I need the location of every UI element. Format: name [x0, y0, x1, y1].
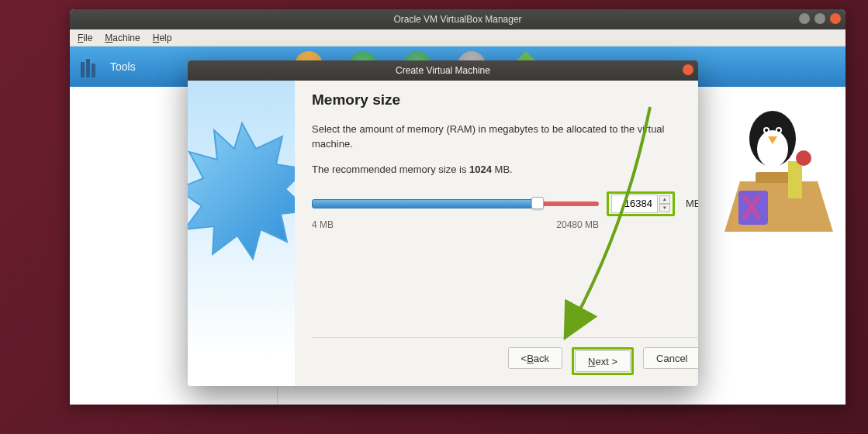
menubar: File Machine Help: [70, 29, 846, 46]
slider-range-labels: 4 MB 20480 MB: [312, 219, 599, 230]
slider-max-label: 20480 MB: [556, 219, 599, 230]
create-vm-dialog: Create Virtual Machine Memory size Selec…: [188, 60, 698, 386]
dialog-buttons: < Back Next > Cancel: [312, 337, 698, 375]
next-button-highlight: Next >: [572, 347, 634, 375]
dialog-instruction: Select the amount of memory (RAM) in meg…: [312, 122, 698, 152]
window-controls: [799, 13, 841, 24]
minimize-button[interactable]: [799, 13, 810, 24]
svg-point-2: [757, 130, 788, 167]
tools-icon: [81, 56, 102, 78]
memory-spin-buttons: ▴ ▾: [659, 195, 670, 212]
memory-unit-label: MB: [686, 198, 698, 209]
main-titlebar[interactable]: Oracle VM VirtualBox Manager: [70, 9, 846, 29]
dialog-heading: Memory size: [312, 91, 698, 108]
dialog-title: Create Virtual Machine: [396, 65, 490, 76]
dialog-recommended: The recommended memory size is 1024 MB.: [312, 163, 698, 177]
dialog-side-graphic: [188, 81, 295, 386]
menu-file[interactable]: File: [78, 33, 92, 43]
maximize-button[interactable]: [814, 13, 825, 24]
slider-thumb[interactable]: [531, 197, 544, 209]
memory-slider[interactable]: [312, 198, 599, 209]
close-button[interactable]: [830, 13, 841, 24]
spin-down[interactable]: ▾: [659, 204, 670, 212]
dialog-content: Memory size Select the amount of memory …: [295, 81, 698, 386]
next-button[interactable]: Next >: [575, 350, 631, 372]
cancel-button[interactable]: Cancel: [643, 347, 698, 369]
svg-point-5: [765, 129, 768, 132]
back-button[interactable]: < Back: [508, 347, 563, 369]
dialog-close-button[interactable]: [683, 64, 693, 75]
welcome-illustration: [717, 104, 841, 243]
svg-marker-12: [188, 123, 295, 259]
svg-point-6: [777, 129, 780, 132]
memory-input[interactable]: [611, 195, 658, 213]
dialog-titlebar[interactable]: Create Virtual Machine: [188, 60, 698, 81]
tools-label[interactable]: Tools: [110, 60, 136, 73]
menu-machine[interactable]: Machine: [105, 33, 140, 43]
svg-rect-10: [788, 161, 802, 198]
spin-up[interactable]: ▴: [659, 195, 670, 204]
slider-min-label: 4 MB: [312, 219, 334, 230]
menu-help[interactable]: Help: [153, 33, 172, 43]
svg-point-11: [796, 150, 811, 166]
memory-input-highlight: ▴ ▾: [607, 191, 675, 216]
main-window-title: Oracle VM VirtualBox Manager: [393, 14, 521, 25]
